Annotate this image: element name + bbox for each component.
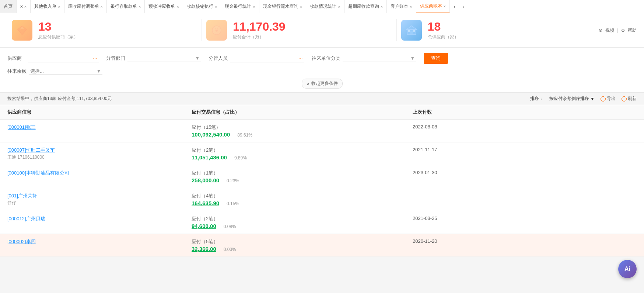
last-pay-cell: 2021-11-17 [413,147,637,152]
person-input[interactable] [231,55,297,61]
tx-percent: 0.08% [224,224,236,229]
supplier-link[interactable]: [000007]恒旺二手叉车 [7,147,192,154]
balance-input[interactable] [30,68,95,74]
summary-card-total-payable: ¥ 11,170.39 应付合计（万） [202,19,396,41]
balance-label: 往来余额 [7,68,27,75]
tx-info-cell: 应付（15笔） 100,092,540.00 89.61% [192,124,413,138]
nav-tab-collect-stat[interactable]: 收款情况统计 × [306,0,344,13]
svg-text:¥: ¥ [215,27,218,33]
nav-tab-collect-stat-close[interactable]: × [338,4,340,9]
tx-amount[interactable]: 100,092,540.00 [192,131,230,138]
supplier-link[interactable]: [000012]广州贝瑞 [7,216,192,222]
nav-tab-home[interactable]: 首页 [0,0,17,13]
top-navigation: 首页 3 × 其他收入单 × 应收应付调整单 × 银行存取款单 × 预收冲应收单… [0,0,644,13]
person-input-wrap[interactable]: ··· [230,55,304,62]
results-summary-text: 搜索结果中，供应商13家 应付金额 111,703,854.00元 [7,96,112,102]
card3-text: 18 总供应商（家） [428,21,459,40]
refresh-label: 刷新 [628,96,637,102]
supplier-input[interactable] [29,55,91,61]
supplier-input-wrap[interactable]: ··· [28,55,99,62]
summary-bar: 13 总应付供应商（家） ¥ 11,170.39 应付合计（万） [0,13,644,48]
nav-tab-payment-verify-close[interactable]: × [215,4,217,9]
svg-rect-8 [413,30,415,32]
nav-tab-other-income[interactable]: 其他收入单 × [31,0,64,13]
nav-prev-arrow[interactable]: ‹ [450,0,459,13]
export-button[interactable]: 导出 [601,96,616,102]
tx-amount[interactable]: 258,000.00 [192,177,219,183]
collapse-button[interactable]: ∧ 收起更多条件 [302,79,343,89]
supplier-sub: 仔仔 [7,200,192,206]
category-chevron[interactable]: ▼ [410,56,415,61]
divider: | [617,28,618,33]
col-header-supplier: 供应商信息 [7,109,192,116]
supplier-link[interactable]: [000002]李四 [7,238,192,245]
supplier-link[interactable]: [000100]本特勤油品有限公司 [7,170,192,176]
col-header-last-pay: 上次付数 [413,109,637,116]
nav-tab-overdue-close[interactable]: × [381,4,383,9]
filter-row-2: 往来余额 ▼ [7,68,637,75]
filter-row-1: 供应商 ··· 分管部门 ▼ 分管人员 ··· 往来单位分类 ▼ [7,53,637,64]
balance-filter: 往来余额 ▼ [7,68,102,75]
card1-label: 总应付供应商（家） [38,34,78,40]
nav-tab-cash-flow-close[interactable]: × [300,4,302,9]
card1-number: 13 [38,21,78,32]
nav-tab-3[interactable]: 3 × [17,0,31,13]
nav-next-arrow[interactable]: › [459,0,468,13]
card3-label: 总供应商（家） [428,34,459,40]
nav-tab-payment-verify[interactable]: 收款核销执行 × [183,0,221,13]
sort-select[interactable]: 按应付余额倒序排序 ▼ [549,96,595,102]
dept-select-wrap[interactable]: ▼ [127,55,201,62]
table-header: 供应商信息 应付交易信息（占比） 上次付数 [0,105,644,120]
card1-text: 13 总应付供应商（家） [38,21,78,40]
nav-tab-cash-bank-stat[interactable]: 现金银行统计 × [221,0,259,13]
supplier-sub: 王通 17106110000 [7,154,192,161]
video-link[interactable]: 视频 [605,27,614,34]
nav-tab-supplier-ledger-close[interactable]: × [444,4,446,8]
supplier-info-cell: [000012]广州贝瑞 [7,216,192,222]
refresh-button[interactable]: 刷新 [622,96,637,102]
export-label: 导出 [607,96,616,102]
nav-tab-bank-deposit-close[interactable]: × [139,4,141,9]
results-right: 排序： 按应付余额倒序排序 ▼ 导出 刷新 [530,96,637,102]
balance-chevron[interactable]: ▼ [97,69,101,74]
supplier-info-cell: [000007]恒旺二手叉车 王通 17106110000 [7,147,192,161]
dept-input[interactable] [129,55,194,61]
store-icon [400,19,423,41]
card2-label: 应付合计（万） [233,34,285,40]
tx-amount[interactable]: 11,051,486.00 [192,154,227,161]
nav-tab-ar-ap-adjust[interactable]: 应收应付调整单 × [64,0,107,13]
nav-tab-prepay[interactable]: 预收冲应收单 × [145,0,183,13]
tx-amount[interactable]: 164,635.90 [192,200,219,206]
nav-tab-ar-ap-adjust-close[interactable]: × [101,4,103,9]
card2-number: 11,170.39 [233,21,285,32]
nav-tab-supplier-ledger[interactable]: 供应商账本 × [416,0,450,13]
supplier-link[interactable]: [001]广州荣轩 [7,193,192,199]
nav-tab-ar-ap-adjust-label: 应收应付调整单 [68,3,99,10]
nav-tab-3-close[interactable]: × [24,4,27,9]
supplier-dots[interactable]: ··· [93,55,97,61]
nav-tab-customer-ledger[interactable]: 客户账本 × [387,0,416,13]
query-button[interactable]: 查询 [424,53,448,64]
supplier-label: 供应商 [7,55,26,62]
nav-tab-other-income-close[interactable]: × [58,4,60,9]
nav-tab-cash-bank-stat-close[interactable]: × [253,4,255,9]
supplier-info-cell: [000100]本特勤油品有限公司 [7,170,192,176]
nav-tab-supplier-ledger-label: 供应商账本 [420,3,442,9]
tx-amount[interactable]: 94,600.00 [192,223,216,229]
nav-tab-customer-ledger-close[interactable]: × [410,4,412,9]
category-select-wrap[interactable]: ▼ [343,55,416,62]
supplier-link[interactable]: [000001]张三 [7,124,192,131]
balance-select-wrap[interactable]: ▼ [29,68,102,75]
nav-tab-3-label: 3 [20,4,23,9]
nav-tab-overdue[interactable]: 超期应收款查询 × [344,0,387,13]
tx-percent: 0.23% [227,178,239,183]
person-dots[interactable]: ··· [298,55,303,61]
tx-info-cell: 应付（5笔） 32,366.00 0.03% [192,238,413,252]
tx-amount[interactable]: 32,366.00 [192,246,216,252]
category-input[interactable] [344,55,409,61]
help-link[interactable]: 帮助 [628,27,637,34]
nav-tab-bank-deposit[interactable]: 银行存取款单 × [107,0,145,13]
nav-tab-cash-flow[interactable]: 现金银行流水查询 × [259,0,306,13]
dept-chevron[interactable]: ▼ [195,56,200,61]
nav-tab-prepay-close[interactable]: × [176,4,179,9]
